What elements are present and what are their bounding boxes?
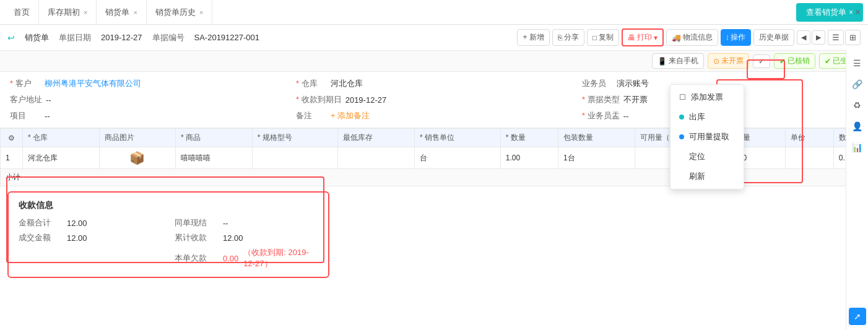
dot-icon <box>679 134 684 139</box>
dropdown-item-refresh[interactable]: 刷新 <box>671 167 744 186</box>
row-spec <box>252 147 338 169</box>
address-value: -- <box>46 95 51 105</box>
deal-value: 12.00 <box>67 233 87 243</box>
operate-button[interactable]: ⁝ 操作 <box>721 29 751 46</box>
customer-value[interactable]: 柳州粤港平安气体有限公司 <box>45 78 141 89</box>
payment-section: 收款信息 金额合计 12.00 同单现结 -- 成交金额 12.00 累计收款 … <box>7 191 329 278</box>
history-button[interactable]: 历史单据 <box>753 29 794 46</box>
tab-check-label: 查看销货单 <box>806 7 846 18</box>
locate-label: 定位 <box>689 151 705 162</box>
tab-check-sales[interactable]: 查看销货单 × <box>796 3 863 22</box>
copy-button[interactable]: □ 复制 <box>587 29 619 46</box>
toolbar: ↩ 销货单 单据日期 2019-12-27 单据编号 SA-20191227-0… <box>0 25 868 51</box>
close-icon[interactable]: × <box>84 9 87 16</box>
close-icon[interactable]: × <box>849 8 853 17</box>
phone-icon: 📱 <box>658 57 667 66</box>
check-circle-icon: ✔ <box>779 57 786 66</box>
same-order-row: 同单现结 -- <box>175 217 318 228</box>
project-value: -- <box>45 111 50 121</box>
tab-label: 首页 <box>14 7 30 18</box>
note-row: 备注 + 添加备注 <box>296 110 572 121</box>
effect-icon: ✔ <box>825 57 831 66</box>
col-image: 商品图片 <box>99 129 176 147</box>
tab-sales[interactable]: 销货单 × <box>97 0 146 25</box>
add-note-button[interactable]: + 添加备注 <box>331 110 370 121</box>
list-view-button[interactable]: ☰ <box>828 30 844 45</box>
row-unit: 台 <box>414 147 500 169</box>
warehouse-value: 河北仓库 <box>331 78 363 89</box>
ticket-label: 票据类型 <box>582 94 620 105</box>
tab-inventory[interactable]: 库存期初 × <box>39 0 97 25</box>
sidebar-icon-3[interactable]: ♻ <box>849 97 866 114</box>
dropdown-arrow-icon: ▾ <box>654 33 658 42</box>
row-product: 嘻嘻嘻嘻 <box>176 147 253 169</box>
sidebar-icon-4[interactable]: 👤 <box>849 118 866 135</box>
expand-icon[interactable]: ➚ <box>849 308 866 325</box>
tab-bar: 首页 库存期初 × 销货单 × 销货单历史 × 查看销货单 × × <box>0 0 868 25</box>
row-image: 📦 <box>99 147 176 169</box>
col-settings[interactable]: ⚙ <box>1 129 23 147</box>
payment-grid: 金额合计 12.00 同单现结 -- 成交金额 12.00 累计收款 12.00… <box>19 217 318 269</box>
close-icon[interactable]: × <box>199 9 203 16</box>
row-no: 1 <box>1 147 23 169</box>
close-icon[interactable]: × <box>133 9 137 16</box>
tab-home[interactable]: 首页 <box>5 0 39 25</box>
dropdown-item-add-invoice[interactable]: ☐ 添加发票 <box>671 87 744 107</box>
from-phone-button[interactable]: 📱 来自手机 <box>652 53 704 69</box>
due-note: （收款到期: 2019-12-27） <box>243 247 318 269</box>
dropdown-item-locate[interactable]: 定位 <box>671 147 744 167</box>
staff-value: 演示账号 <box>617 78 649 89</box>
logistics-button[interactable]: 🚚 物流信息 <box>666 29 718 46</box>
window-close-icon[interactable]: × <box>855 7 861 18</box>
checked-badge: ✔ 已核销 <box>774 53 815 69</box>
tab-sales-history[interactable]: 销货单历史 × <box>147 0 212 25</box>
sidebar-icon-5[interactable]: 📊 <box>849 139 866 156</box>
col-spec: * 规格型号 <box>252 129 338 147</box>
dropdown-item-outbound[interactable]: 出库 <box>671 107 744 127</box>
print-button[interactable]: 🖶 打印 ▾ <box>622 28 664 46</box>
new-button[interactable]: + 新增 <box>517 29 549 46</box>
toolbar-actions: + 新增 ⎘ 分享 □ 复制 🖶 打印 ▾ 🚚 物流信息 ⁝ 操作 <box>517 28 861 46</box>
refresh-icon <box>679 174 684 179</box>
right-sidebar: ☰ 🔗 ♻ 👤 📊 ➚ <box>846 50 868 330</box>
due-date-row: 收款到期日 2019-12-27 <box>296 94 572 105</box>
tab-label: 销货单历史 <box>155 7 196 18</box>
product-image: 📦 <box>129 151 145 165</box>
warehouse-label: 仓库 <box>296 78 327 89</box>
same-order-value: -- <box>223 219 228 228</box>
next-button[interactable]: ▶ <box>812 30 825 45</box>
grid-view-button[interactable]: ⊞ <box>845 30 861 45</box>
main-content: ↩ 销货单 单据日期 2019-12-27 单据编号 SA-20191227-0… <box>0 25 868 330</box>
same-order-label: 同单现结 <box>175 217 218 228</box>
sidebar-icon-2[interactable]: 🔗 <box>849 76 866 93</box>
check-icon: ✓ <box>758 57 765 66</box>
doc-info: ↩ 销货单 单据日期 2019-12-27 单据编号 SA-20191227-0… <box>7 32 512 43</box>
row-warehouse: 河北仓库 <box>23 147 100 169</box>
payment-title: 收款信息 <box>19 200 318 211</box>
tab-label: 库存期初 <box>48 7 80 18</box>
copy-icon: □ <box>592 33 597 42</box>
warehouse-row: 仓库 河北仓库 <box>296 78 572 89</box>
view-toggle: ☰ ⊞ <box>828 30 861 45</box>
doc-type-label: 销货单 <box>25 32 49 43</box>
col-unit: * 销售单位 <box>414 129 500 147</box>
checkbox-icon: ☐ <box>679 93 686 102</box>
doc-icon: ↩ <box>7 33 15 43</box>
not-open-badge: ⊙ 未开票 <box>708 53 749 69</box>
locate-icon <box>679 154 684 159</box>
check-btn[interactable]: ✓ <box>753 54 770 68</box>
total-label: 金额合计 <box>19 217 62 228</box>
date-value: 2019-12-27 <box>101 33 142 42</box>
share-icon: ⎘ <box>558 33 562 42</box>
prev-button[interactable]: ◀ <box>797 30 810 45</box>
ticket-value: 不开票 <box>623 94 648 105</box>
due-date-value: 2019-12-27 <box>345 95 387 105</box>
due-date-label: 收款到期日 <box>296 94 342 105</box>
share-button[interactable]: ⎘ 分享 <box>552 29 584 46</box>
available-qty-label: 可用量提取 <box>689 131 729 142</box>
sidebar-icon-1[interactable]: ☰ <box>849 54 866 72</box>
total-row: 金额合计 12.00 <box>19 217 162 228</box>
date-label: 单据日期 <box>59 32 91 43</box>
dropdown-item-available-qty[interactable]: 可用量提取 <box>671 127 744 147</box>
truck-icon: 🚚 <box>672 33 681 42</box>
